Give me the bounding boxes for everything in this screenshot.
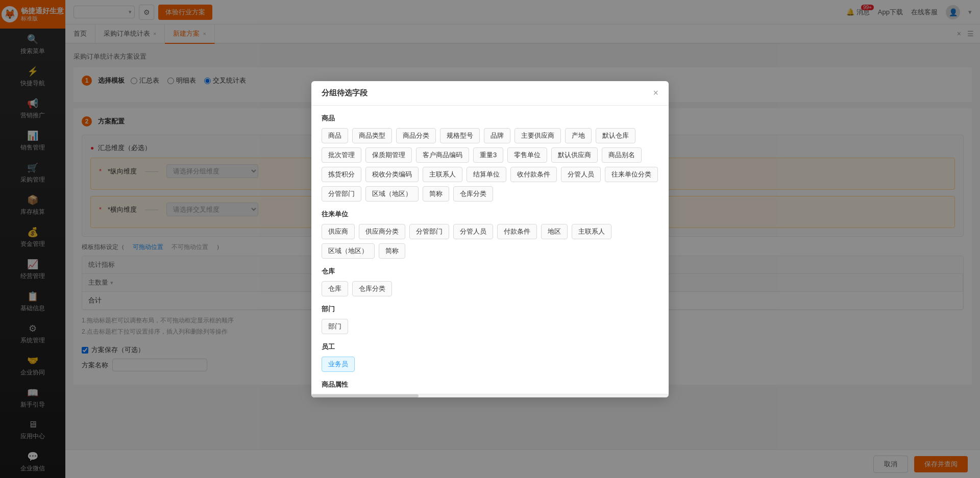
field-section-dept: 部门 部门 <box>322 305 658 334</box>
field-tag-product-21[interactable]: 往来单位分类 <box>605 167 658 182</box>
modal-header: 分组待选字段 × <box>311 81 669 106</box>
field-tag-partner-7[interactable]: 区域（地区） <box>322 243 375 259</box>
field-tag-product-20[interactable]: 分管人员 <box>561 167 601 182</box>
field-tags-dept: 部门 <box>322 319 658 334</box>
field-tag-partner-3[interactable]: 分管人员 <box>453 224 493 239</box>
field-tag-partner-2[interactable]: 分管部门 <box>409 224 449 239</box>
section-title-partner: 往来单位 <box>322 210 658 219</box>
field-tag-product-22[interactable]: 分管部门 <box>322 186 361 202</box>
field-tags-product: 商品 商品类型 商品分类 规格型号 品牌 主要供应商 产地 默认仓库 批次管理 … <box>322 128 658 202</box>
field-tag-employee-0[interactable]: 业务员 <box>322 357 355 372</box>
field-tag-partner-1[interactable]: 供应商分类 <box>359 224 405 239</box>
field-section-warehouse: 仓库 仓库 仓库分类 <box>322 267 658 296</box>
field-tag-partner-0[interactable]: 供应商 <box>322 224 355 239</box>
field-tag-product-9[interactable]: 保质期管理 <box>365 147 412 163</box>
field-tag-product-25[interactable]: 仓库分类 <box>453 186 493 202</box>
field-tag-product-17[interactable]: 主联系人 <box>423 167 462 182</box>
modal-close-button[interactable]: × <box>653 88 658 97</box>
field-tag-partner-8[interactable]: 简称 <box>379 243 405 259</box>
field-tags-partner: 供应商 供应商分类 分管部门 分管人员 付款条件 地区 主联系人 区域（地区） … <box>322 224 658 259</box>
field-tag-product-11[interactable]: 重量3 <box>473 147 503 163</box>
field-section-employee: 员工 业务员 <box>322 342 658 372</box>
field-section-product-attr: 商品属性 属性 颜色 多规格 尺码 鞋码 1 <box>322 380 658 394</box>
field-tag-product-7[interactable]: 默认仓库 <box>596 128 635 143</box>
field-tags-warehouse: 仓库 仓库分类 <box>322 281 658 296</box>
field-section-partner: 往来单位 供应商 供应商分类 分管部门 分管人员 付款条件 地区 主联系人 区域… <box>322 210 658 259</box>
field-tag-product-15[interactable]: 拣货积分 <box>322 167 361 182</box>
field-tag-product-16[interactable]: 税收分类编码 <box>365 167 419 182</box>
section-title-dept: 部门 <box>322 305 658 314</box>
modal-scrollbar-thumb[interactable] <box>311 394 419 397</box>
section-title-employee: 员工 <box>322 342 658 351</box>
field-tag-product-5[interactable]: 主要供应商 <box>514 128 561 143</box>
modal-horizontal-scrollbar[interactable] <box>311 394 669 397</box>
field-tag-product-12[interactable]: 零售单位 <box>507 147 547 163</box>
field-tag-product-4[interactable]: 品牌 <box>484 128 510 143</box>
field-select-modal: 分组待选字段 × 商品 商品 商品类型 商品分类 规格型号 品牌 主要供应商 产… <box>311 81 669 397</box>
field-tag-warehouse-1[interactable]: 仓库分类 <box>352 281 392 296</box>
field-tag-product-14[interactable]: 商品别名 <box>602 147 642 163</box>
field-tag-product-13[interactable]: 默认供应商 <box>551 147 598 163</box>
field-tags-employee: 业务员 <box>322 357 658 372</box>
field-tag-partner-5[interactable]: 地区 <box>541 224 568 239</box>
field-tag-product-0[interactable]: 商品 <box>322 128 348 143</box>
modal-body: 商品 商品 商品类型 商品分类 规格型号 品牌 主要供应商 产地 默认仓库 批次… <box>311 106 669 394</box>
field-tag-product-23[interactable]: 区域（地区） <box>365 186 419 202</box>
modal-title: 分组待选字段 <box>322 88 368 98</box>
field-tag-product-2[interactable]: 商品分类 <box>396 128 436 143</box>
field-section-product: 商品 商品 商品类型 商品分类 规格型号 品牌 主要供应商 产地 默认仓库 批次… <box>322 114 658 202</box>
field-tag-partner-6[interactable]: 主联系人 <box>572 224 611 239</box>
field-tag-product-1[interactable]: 商品类型 <box>352 128 392 143</box>
field-tag-product-8[interactable]: 批次管理 <box>322 147 361 163</box>
field-tag-product-6[interactable]: 产地 <box>565 128 592 143</box>
field-tag-partner-4[interactable]: 付款条件 <box>497 224 537 239</box>
field-tag-product-10[interactable]: 客户商品编码 <box>416 147 469 163</box>
section-title-product-attr: 商品属性 <box>322 380 658 389</box>
field-tag-product-3[interactable]: 规格型号 <box>440 128 480 143</box>
modal-overlay: 分组待选字段 × 商品 商品 商品类型 商品分类 规格型号 品牌 主要供应商 产… <box>0 0 980 478</box>
field-tag-product-24[interactable]: 简称 <box>423 186 449 202</box>
field-tag-product-19[interactable]: 收付款条件 <box>510 167 557 182</box>
field-tag-dept-0[interactable]: 部门 <box>322 319 348 334</box>
section-title-product: 商品 <box>322 114 658 123</box>
field-tag-product-18[interactable]: 结算单位 <box>467 167 506 182</box>
section-title-warehouse: 仓库 <box>322 267 658 276</box>
field-tag-warehouse-0[interactable]: 仓库 <box>322 281 348 296</box>
